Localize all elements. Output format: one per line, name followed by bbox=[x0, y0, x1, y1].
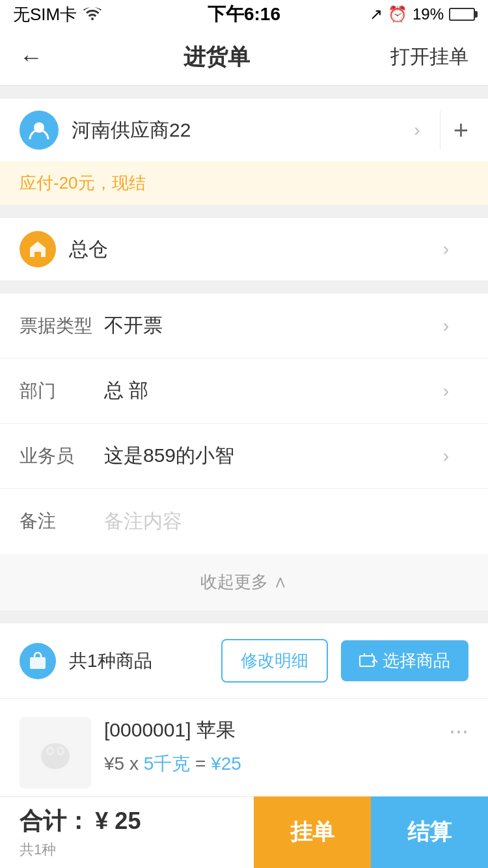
svg-point-9 bbox=[48, 749, 52, 753]
notice-row: 应付-20元，现结 bbox=[0, 161, 488, 205]
warehouse-chevron-icon: › bbox=[443, 239, 449, 260]
supplier-chevron-icon: › bbox=[414, 120, 420, 141]
warehouse-label: 总仓 bbox=[69, 236, 443, 263]
warehouse-icon bbox=[20, 231, 56, 267]
total-amount: 合计： ¥ 25 bbox=[20, 806, 234, 837]
open-hang-button[interactable]: 打开挂单 bbox=[390, 44, 468, 70]
product-price: ¥5 x 5千克 = ¥25 bbox=[104, 752, 436, 776]
section-gap-1 bbox=[0, 86, 488, 99]
section-gap-4 bbox=[0, 610, 488, 623]
unit-price: ¥5 bbox=[104, 753, 124, 774]
supplier-avatar bbox=[20, 111, 59, 150]
salesperson-chevron-icon: › bbox=[443, 446, 449, 467]
dept-value: 总 部 bbox=[104, 377, 443, 404]
battery-percent: 19% bbox=[413, 5, 444, 23]
hang-button[interactable]: 挂单 bbox=[254, 796, 371, 868]
svg-rect-1 bbox=[34, 252, 41, 257]
collapse-button[interactable]: 收起更多 ∧ bbox=[0, 554, 488, 610]
signal-text: 无SIM卡 bbox=[13, 3, 77, 26]
alarm-icon: ⏰ bbox=[388, 5, 407, 23]
svg-point-4 bbox=[41, 743, 70, 769]
product-title: 苹果 bbox=[197, 719, 236, 740]
product-item: [0000001] 苹果 ¥5 x 5千克 = ¥25 ··· bbox=[0, 699, 488, 807]
location-icon: ↗ bbox=[370, 5, 383, 23]
battery-icon bbox=[449, 8, 475, 21]
dept-label: 部门 bbox=[20, 379, 104, 403]
equals: = bbox=[195, 753, 211, 774]
form-section: 票据类型 不开票 › 部门 总 部 › 业务员 这是859的小智 › 备注 备注… bbox=[0, 293, 488, 554]
status-right: ↗ ⏰ 19% bbox=[370, 5, 475, 23]
select-product-button[interactable]: 选择商品 bbox=[341, 640, 468, 681]
add-button[interactable]: + bbox=[440, 111, 468, 150]
total-label: 合计： bbox=[20, 807, 90, 834]
product-toolbar: 共1种商品 修改明细 选择商品 bbox=[0, 623, 488, 699]
back-button[interactable]: ← bbox=[20, 44, 43, 71]
supplier-row[interactable]: 河南供应商22 › + bbox=[0, 99, 488, 161]
section-gap-2 bbox=[0, 205, 488, 218]
remark-input[interactable]: 备注内容 bbox=[104, 508, 468, 535]
svg-rect-3 bbox=[360, 656, 374, 666]
product-thumbnail bbox=[20, 717, 91, 789]
product-icon bbox=[20, 643, 56, 679]
footer-total: 合计： ¥ 25 共1种 bbox=[0, 796, 254, 868]
dept-chevron-icon: › bbox=[443, 381, 449, 401]
edit-detail-button[interactable]: 修改明细 bbox=[221, 639, 328, 683]
footer: 合计： ¥ 25 共1种 挂单 结算 bbox=[0, 796, 488, 868]
nav-bar: ← 进货单 打开挂单 bbox=[0, 29, 488, 86]
section-gap-3 bbox=[0, 280, 488, 293]
invoice-value: 不开票 bbox=[104, 312, 443, 339]
select-product-label: 选择商品 bbox=[383, 649, 450, 672]
svg-point-10 bbox=[59, 749, 62, 753]
invoice-row[interactable]: 票据类型 不开票 › bbox=[0, 293, 488, 359]
invoice-label: 票据类型 bbox=[20, 314, 104, 338]
quantity: 5千克 bbox=[144, 753, 191, 774]
invoice-chevron-icon: › bbox=[443, 316, 449, 336]
status-left: 无SIM卡 bbox=[13, 3, 102, 26]
page-title: 进货单 bbox=[183, 42, 250, 72]
wifi-icon bbox=[83, 5, 102, 25]
supplier-name: 河南供应商22 bbox=[72, 117, 414, 144]
settle-button[interactable]: 结算 bbox=[371, 796, 488, 868]
remark-row[interactable]: 备注 备注内容 bbox=[0, 489, 488, 554]
total-price: ¥25 bbox=[211, 753, 241, 774]
product-name: [0000001] 苹果 bbox=[104, 717, 436, 744]
dept-row[interactable]: 部门 总 部 › bbox=[0, 359, 488, 424]
status-time: 下午6:16 bbox=[208, 2, 280, 27]
svg-rect-2 bbox=[30, 657, 46, 669]
salesperson-value: 这是859的小智 bbox=[104, 442, 443, 469]
product-code: [0000001] bbox=[104, 719, 191, 740]
warehouse-row[interactable]: 总仓 › bbox=[0, 218, 488, 280]
status-bar: 无SIM卡 下午6:16 ↗ ⏰ 19% bbox=[0, 0, 488, 29]
price-x: x bbox=[129, 753, 144, 774]
total-value: ¥ 25 bbox=[95, 807, 141, 834]
total-count: 共1种 bbox=[20, 840, 234, 860]
product-info: [0000001] 苹果 ¥5 x 5千克 = ¥25 bbox=[104, 717, 436, 776]
salesperson-label: 业务员 bbox=[20, 444, 104, 468]
salesperson-row[interactable]: 业务员 这是859的小智 › bbox=[0, 424, 488, 489]
remark-label: 备注 bbox=[20, 509, 104, 534]
product-count-label: 共1种商品 bbox=[69, 649, 208, 673]
product-more-button[interactable]: ··· bbox=[449, 717, 468, 744]
